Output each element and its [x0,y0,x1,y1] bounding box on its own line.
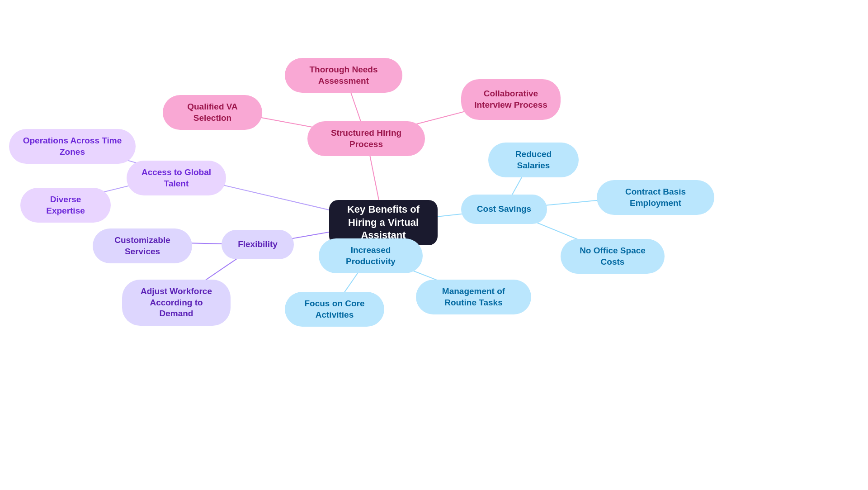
node-management_routine: Management of Routine Tasks [416,280,531,314]
node-no_office: No Office Space Costs [561,239,665,274]
mind-map: Key Benefits of Hiring a Virtual Assista… [0,0,868,490]
node-flexibility: Flexibility [222,230,294,259]
node-contract_basis: Contract Basis Employment [597,180,714,215]
node-operations_tz: Operations Across Time Zones [9,129,136,164]
node-adjust_workforce: Adjust Workforce According to Demand [122,280,231,326]
node-diverse_expertise: Diverse Expertise [20,188,111,223]
node-qualified_va: Qualified VA Selection [163,95,262,130]
node-reduced_salaries: Reduced Salaries [488,143,579,177]
node-structured_hiring: Structured Hiring Process [307,121,425,156]
node-customizable: Customizable Services [93,228,192,263]
node-collaborative_interview: Collaborative Interview Process [461,79,561,120]
node-access_global: Access to Global Talent [127,161,226,195]
node-increased_productivity: Increased Productivity [319,238,423,273]
node-thorough_needs: Thorough Needs Assessment [285,58,402,93]
node-cost_savings: Cost Savings [461,195,547,224]
node-focus_core: Focus on Core Activities [285,292,384,327]
